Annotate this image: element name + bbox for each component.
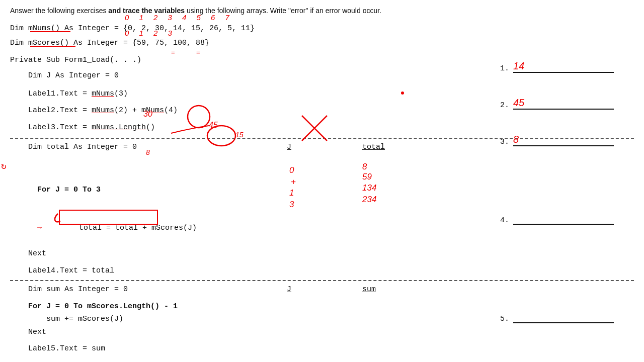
mScores-index-labels: 0 1 2 3 [125,27,176,40]
answer-num-2: 2. [500,101,509,110]
answer-num-5: 5. [500,315,509,323]
dim-total-line: Dim total As Integer = 0 [10,141,634,154]
mNums-index-labels: 0 1 2 3 4 5 6 7 [125,11,233,24]
answer-num-4: 4. [500,216,509,225]
annotation-15: 15 [235,131,244,139]
mScores-declaration: Dim mScores() As Integer = {59, 75, 100,… [10,37,634,50]
dim-sum-line: Dim sum As Integer = 0 [10,283,634,296]
annotation-8-label: 8 [146,148,150,156]
for-loop-line-2: For J = 0 To mScores.Length() - 1 [10,300,634,313]
label5-line: Label5.Text = sum [10,342,634,355]
next-line-3: Next [10,326,634,339]
for-loop-line: ↻ For J = 0 To 3 [10,158,634,209]
next-line-2: Next [10,247,634,260]
annotation-45: 45 [209,121,218,130]
instruction-text: Answer the following exercises and trace… [10,6,634,16]
total-increment-line: → total = total + mScores(J) [10,209,634,248]
answer-val-2: 45 [513,97,524,108]
mNums-declaration: Dim mNums() As Integer = {0, 2, 30, 14, … [10,22,634,35]
annotation-30: 30 [143,110,152,119]
total-val-234: 234 [362,193,376,207]
answer-num-1: 1. [500,64,509,73]
answer-val-1: 14 [513,60,524,71]
j-val-3: 3 [289,198,294,212]
label4-line: Label4.Text = total [10,264,634,278]
